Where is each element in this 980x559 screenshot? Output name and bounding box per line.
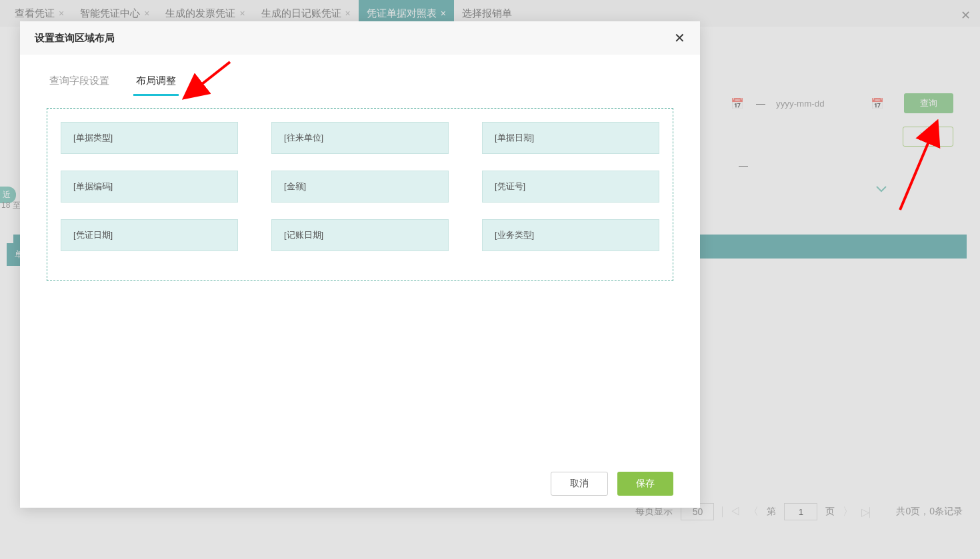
- tab-field-settings[interactable]: 查询字段设置: [47, 68, 112, 96]
- layout-settings-modal: 设置查询区域布局 ✕ 查询字段设置 布局调整 [单据类型] [往来单位] [单据…: [20, 21, 700, 508]
- layout-item-doc-date[interactable]: [单据日期]: [482, 122, 659, 154]
- layout-item-posting-date[interactable]: [记账日期]: [271, 219, 449, 251]
- layout-grid: [单据类型] [往来单位] [单据日期] [单据编码] [金额] [凭证号] […: [61, 122, 659, 251]
- modal-close-button[interactable]: ✕: [674, 31, 685, 45]
- modal-title: 设置查询区域布局: [35, 32, 115, 45]
- layout-item-doc-type[interactable]: [单据类型]: [61, 122, 238, 154]
- save-button[interactable]: 保存: [617, 472, 673, 496]
- modal-footer: 取消 保存: [20, 460, 700, 508]
- modal-tabs: 查询字段设置 布局调整: [47, 68, 673, 96]
- layout-item-amount[interactable]: [金额]: [271, 171, 449, 203]
- modal-body: 查询字段设置 布局调整 [单据类型] [往来单位] [单据日期] [单据编码] …: [20, 55, 700, 460]
- tab-layout-adjust[interactable]: 布局调整: [133, 68, 179, 96]
- layout-item-voucher-date[interactable]: [凭证日期]: [61, 219, 238, 251]
- layout-item-doc-code[interactable]: [单据编码]: [61, 171, 238, 203]
- layout-item-voucher-no[interactable]: [凭证号]: [482, 171, 659, 203]
- cancel-button[interactable]: 取消: [551, 472, 608, 496]
- layout-container: [单据类型] [往来单位] [单据日期] [单据编码] [金额] [凭证号] […: [47, 108, 673, 281]
- layout-item-business-type[interactable]: [业务类型]: [482, 219, 659, 251]
- layout-item-partner[interactable]: [往来单位]: [271, 122, 449, 154]
- modal-header: 设置查询区域布局 ✕: [20, 21, 700, 55]
